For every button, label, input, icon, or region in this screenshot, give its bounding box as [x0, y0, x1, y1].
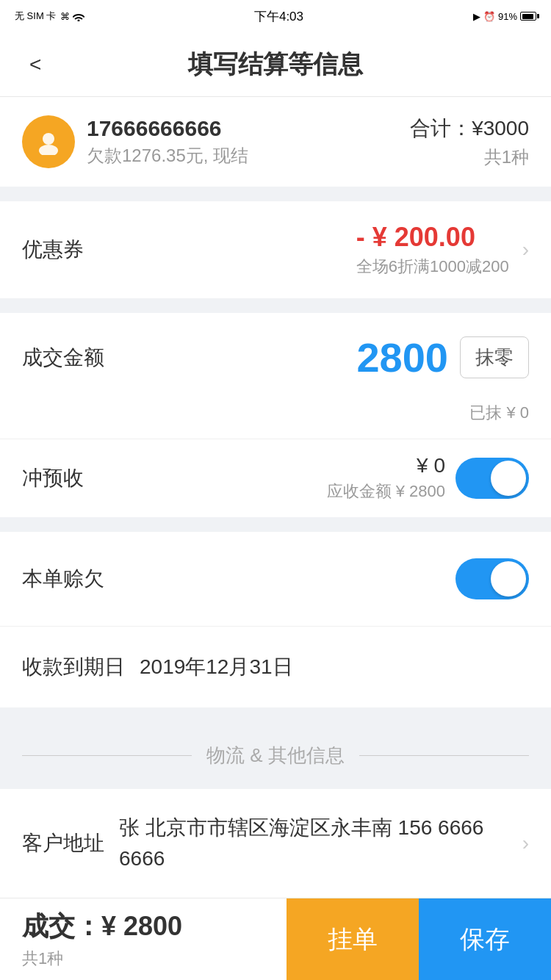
content: 17666666666 欠款1276.35元, 现结 合计：¥3000 共1种 …: [0, 97, 551, 980]
amount-row: 成交金额 2800 抹零: [0, 313, 551, 402]
logistics-line-left: [22, 755, 192, 756]
toggle-knob: [491, 461, 526, 496]
prepayment-val-area: ¥ 0 应收金额 ¥ 2800: [327, 454, 445, 502]
amount-label: 成交金额: [22, 344, 104, 372]
footer-total: 成交：¥ 2800: [22, 909, 264, 945]
amount-value: 2800: [356, 334, 448, 381]
customer-info: 17666666666 欠款1276.35元, 现结: [87, 116, 248, 167]
debit-label: 本单赊欠: [22, 565, 104, 593]
amount-sub: 已抹 ¥ 0: [0, 402, 551, 439]
prepayment-toggle[interactable]: [455, 458, 529, 499]
prepayment-value: ¥ 0: [327, 454, 445, 478]
due-date-value: 2019年12月31日: [140, 653, 293, 681]
coupon-label: 优惠券: [22, 236, 84, 264]
footer-count: 共1种: [22, 948, 264, 970]
nav-bar: < 填写结算等信息: [0, 32, 551, 97]
status-left: 无 SIM 卡 ⌘: [15, 10, 84, 23]
round-button[interactable]: 抹零: [460, 336, 529, 378]
divider-3: [0, 517, 551, 532]
prepayment-sub: 应收金额 ¥ 2800: [327, 480, 445, 502]
status-right: ▶ ⏰ 91%: [473, 11, 536, 22]
footer-transaction-label: 成交：: [22, 911, 101, 941]
address-value: 张 北京市市辖区海淀区永丰南 156 6666 6666: [119, 813, 515, 874]
divider-2: [0, 298, 551, 313]
customer-phone: 17666666666: [87, 116, 248, 141]
alarm-icon: ⏰: [483, 11, 495, 22]
prepayment-label: 冲预收: [22, 464, 84, 492]
page-title: 填写结算等信息: [188, 48, 363, 82]
customer-count: 共1种: [410, 145, 529, 169]
wifi-icon: ⌘: [60, 11, 84, 22]
due-date-label: 收款到期日: [22, 653, 125, 681]
customer-total: 合计：¥3000: [410, 115, 529, 143]
customer-summary: 合计：¥3000 共1种: [410, 115, 529, 169]
address-row[interactable]: 客户地址 张 北京市市辖区海淀区永丰南 156 6666 6666 ›: [0, 789, 551, 898]
coupon-chevron-icon: ›: [522, 238, 529, 262]
amount-right: 2800 抹零: [356, 334, 529, 381]
carrier-label: 无 SIM 卡: [15, 10, 56, 23]
due-date-row: 收款到期日 2019年12月31日: [0, 627, 551, 707]
debit-toggle-knob: [491, 561, 526, 597]
battery-icon: [520, 12, 536, 21]
back-button[interactable]: <: [22, 46, 48, 84]
logistics-label: 物流 & 其他信息: [206, 743, 345, 768]
logistics-line-right: [359, 755, 529, 756]
prepayment-row: 冲预收 ¥ 0 应收金额 ¥ 2800: [0, 439, 551, 517]
coupon-right: - ¥ 200.00 全场6折满1000减200 ›: [356, 222, 529, 278]
debit-toggle[interactable]: [455, 558, 529, 599]
customer-row: 17666666666 欠款1276.35元, 现结 合计：¥3000 共1种: [0, 97, 551, 187]
coupon-row[interactable]: 优惠券 - ¥ 200.00 全场6折满1000减200 ›: [0, 201, 551, 298]
divider-1: [0, 187, 551, 201]
customer-left: 17666666666 欠款1276.35元, 现结: [22, 115, 248, 168]
footer: 成交：¥ 2800 共1种 挂单 保存: [0, 898, 551, 980]
status-time: 下午4:03: [254, 8, 303, 25]
coupon-amount: - ¥ 200.00: [356, 222, 509, 253]
hang-button[interactable]: 挂单: [287, 898, 419, 981]
save-button[interactable]: 保存: [419, 898, 551, 981]
coupon-desc: 全场6折满1000减200: [356, 256, 509, 278]
svg-point-1: [39, 145, 58, 155]
footer-transaction-value: ¥ 2800: [101, 911, 182, 941]
logistics-header: 物流 & 其他信息: [0, 722, 551, 789]
amount-section: 成交金额 2800 抹零 已抹 ¥ 0: [0, 313, 551, 439]
svg-point-0: [43, 133, 54, 145]
gps-icon: ▶: [473, 11, 480, 22]
prepayment-right: ¥ 0 应收金额 ¥ 2800: [327, 454, 529, 502]
status-bar: 无 SIM 卡 ⌘ 下午4:03 ▶ ⏰ 91%: [0, 0, 551, 32]
address-label: 客户地址: [22, 829, 104, 857]
customer-sub: 欠款1276.35元, 现结: [87, 144, 248, 167]
avatar: [22, 115, 75, 168]
footer-info: 成交：¥ 2800 共1种: [0, 909, 287, 970]
divider-4: [0, 707, 551, 722]
address-chevron-icon: ›: [522, 832, 529, 855]
battery-label: 91%: [498, 11, 517, 22]
debit-row: 本单赊欠: [0, 532, 551, 626]
